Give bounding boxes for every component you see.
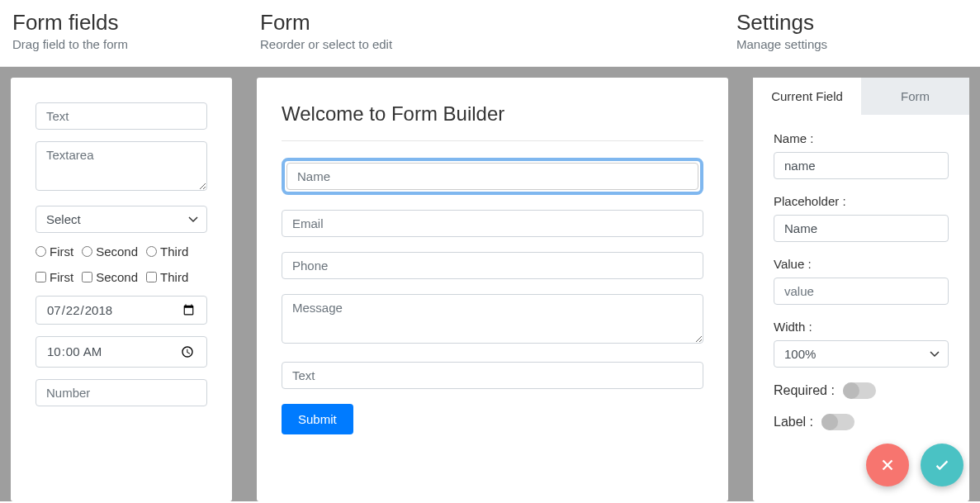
palette-check-group[interactable]: First Second Third: [36, 270, 207, 284]
form-canvas: Welcome to Form Builder Submit: [257, 78, 728, 501]
form-field-text[interactable]: [282, 362, 703, 389]
palette-time-field[interactable]: [36, 336, 207, 368]
settings-header-sub: Manage settings: [736, 37, 968, 51]
palette-select-field[interactable]: Select: [36, 206, 207, 233]
form-divider: [282, 140, 703, 141]
palette-radio-3[interactable]: [146, 246, 157, 257]
fields-header-title: Form fields: [12, 10, 260, 36]
form-field-name[interactable]: [282, 158, 703, 195]
palette-radio-2[interactable]: [82, 246, 92, 257]
text-input[interactable]: [282, 362, 703, 389]
form-title: Welcome to Form Builder: [282, 102, 703, 126]
field-palette: Select First Second Third First Second T…: [11, 78, 232, 501]
form-header-title: Form: [260, 10, 736, 36]
setting-required-label: Required :: [774, 383, 835, 398]
phone-input[interactable]: [282, 252, 703, 279]
palette-textarea-field[interactable]: [36, 141, 207, 191]
tab-current-field[interactable]: Current Field: [753, 78, 861, 115]
form-field-phone[interactable]: [282, 252, 703, 279]
check-icon: [933, 456, 951, 474]
close-icon: [878, 456, 897, 474]
form-header-sub: Reorder or select to edit: [260, 37, 736, 51]
message-input[interactable]: [282, 294, 703, 344]
setting-width-select[interactable]: 100%: [774, 340, 949, 368]
form-field-email[interactable]: [282, 210, 703, 237]
palette-radio-1[interactable]: [36, 246, 46, 257]
cancel-button[interactable]: [866, 444, 909, 486]
settings-panel: Current Field Form Name : Placeholder : …: [753, 78, 969, 501]
setting-value-input[interactable]: [774, 278, 949, 305]
palette-radio-group[interactable]: First Second Third: [36, 244, 207, 259]
palette-check-1[interactable]: [36, 272, 46, 282]
email-input[interactable]: [282, 210, 703, 237]
submit-button[interactable]: Submit: [282, 404, 353, 434]
confirm-button[interactable]: [921, 444, 963, 486]
palette-number-field[interactable]: [36, 379, 207, 406]
setting-required-toggle[interactable]: [843, 382, 876, 399]
form-field-message[interactable]: [282, 294, 703, 347]
setting-value-label: Value :: [774, 257, 949, 271]
palette-text-field[interactable]: [36, 102, 207, 130]
palette-check-3[interactable]: [146, 272, 157, 282]
tab-form[interactable]: Form: [861, 78, 969, 115]
name-input[interactable]: [286, 163, 698, 190]
setting-label-toggle[interactable]: [821, 414, 855, 430]
palette-check-2[interactable]: [82, 272, 92, 282]
setting-name-label: Name :: [774, 131, 949, 145]
setting-placeholder-label: Placeholder :: [774, 194, 949, 208]
setting-name-input[interactable]: [774, 152, 949, 179]
fields-header-sub: Drag field to the form: [12, 37, 260, 51]
palette-date-field[interactable]: [36, 296, 207, 325]
setting-width-label: Width :: [774, 320, 949, 334]
setting-label-label: Label :: [774, 415, 813, 429]
setting-placeholder-input[interactable]: [774, 215, 949, 242]
settings-header-title: Settings: [736, 10, 968, 36]
